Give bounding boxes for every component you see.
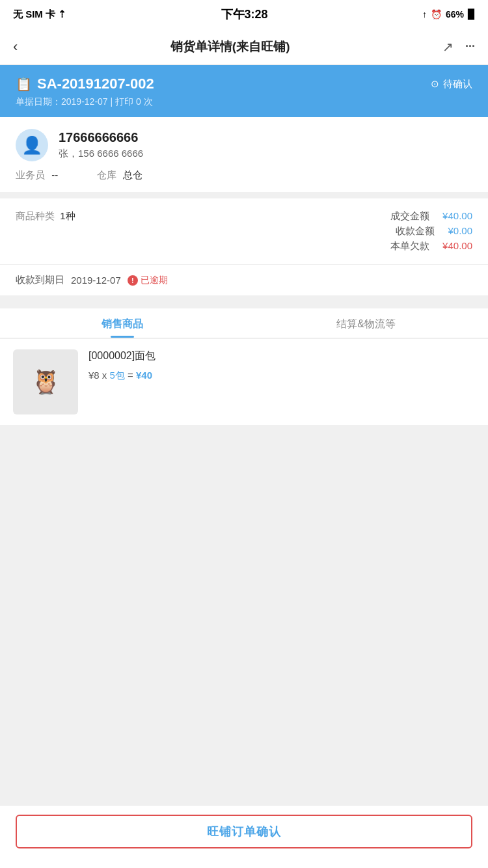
warehouse-info: 仓库 总仓 [97, 169, 142, 182]
order-icon: 📋 [16, 76, 32, 92]
bottom-bar: 旺铺订单确认 [0, 805, 488, 868]
owed-amount-row: 本单欠款 ¥40.00 [390, 240, 472, 252]
status-time: 下午3:28 [221, 7, 268, 22]
due-date-value: 2019-12-07 [71, 275, 121, 286]
transaction-amount-row: 成交金额 ¥40.00 [390, 210, 472, 223]
back-button[interactable]: ‹ [13, 38, 18, 55]
summary-right: 成交金额 ¥40.00 收款金额 ¥0.00 本单欠款 ¥40.00 [390, 210, 472, 252]
order-header: 📋 SA-20191207-002 ⊙ 待确认 单据日期：2019-12-07 … [0, 65, 488, 117]
price-total: ¥40 [136, 370, 152, 381]
product-image: 🦉 [13, 349, 78, 414]
overdue-badge: ! 已逾期 [128, 275, 168, 286]
transaction-label: 成交金额 [390, 210, 429, 223]
received-value: ¥0.00 [448, 225, 472, 237]
overdue-text: 已逾期 [141, 275, 168, 286]
summary-section: 商品种类 1种 成交金额 ¥40.00 收款金额 ¥0.00 本单欠款 ¥40.… [0, 198, 488, 264]
avatar-icon: 👤 [21, 135, 42, 156]
product-item: 🦉 [0000002]面包 ¥8 x 5包 = ¥40 [13, 349, 475, 414]
price-qty: 5包 [110, 370, 125, 381]
tab-settlement[interactable]: 结算&物流等 [244, 308, 488, 338]
warehouse-value: 总仓 [123, 169, 142, 180]
price-equals: = [125, 370, 136, 381]
order-id-text: SA-20191207-002 [37, 75, 154, 92]
due-date-row: 收款到期日 2019-12-07 ! 已逾期 [16, 274, 472, 286]
divider-1 [0, 192, 488, 198]
order-date: 单据日期：2019-12-07 | 打印 0 次 [16, 96, 472, 108]
tabs-row: 销售商品 结算&物流等 [0, 308, 488, 338]
due-date-label: 收款到期日 [16, 274, 64, 286]
clock-icon: ⊙ [431, 78, 439, 90]
avatar: 👤 [16, 129, 48, 161]
warehouse-label: 仓库 [97, 169, 116, 180]
summary-row: 商品种类 1种 成交金额 ¥40.00 收款金额 ¥0.00 本单欠款 ¥40.… [16, 210, 472, 252]
status-text: 待确认 [443, 78, 472, 90]
tab-sales-products[interactable]: 销售商品 [0, 308, 244, 338]
nav-bar: ‹ 销货单详情(来自旺铺) ↗ ··· [0, 29, 488, 65]
share-button[interactable]: ↗ [442, 39, 454, 55]
salesperson-info: 业务员 -- [16, 169, 58, 182]
order-id-row: 📋 SA-20191207-002 ⊙ 待确认 [16, 75, 472, 92]
product-types-value: 1种 [60, 210, 75, 221]
product-placeholder-icon: 🦉 [31, 368, 61, 396]
salesperson-value: -- [51, 169, 58, 180]
owed-value: ¥40.00 [442, 240, 472, 252]
product-section: 🦉 [0000002]面包 ¥8 x 5包 = ¥40 [0, 339, 488, 425]
confirm-order-button[interactable]: 旺铺订单确认 [16, 815, 472, 848]
customer-row: 👤 17666666666 张，156 6666 6666 [16, 129, 472, 161]
location-icon: ↑ [422, 9, 427, 20]
product-name: [0000002]面包 [88, 349, 475, 363]
tabs-section: 销售商品 结算&物流等 [0, 308, 488, 338]
product-info: [0000002]面包 ¥8 x 5包 = ¥40 [88, 349, 475, 382]
status-left: 无 SIM 卡 ⇡ [13, 8, 66, 21]
customer-meta: 业务员 -- 仓库 总仓 [16, 169, 472, 182]
page-title: 销货单详情(来自旺铺) [170, 38, 290, 55]
order-id: 📋 SA-20191207-002 [16, 75, 154, 92]
sim-status: 无 SIM 卡 ⇡ [13, 8, 66, 21]
overdue-icon: ! [128, 275, 138, 286]
battery-icon: ▉ [468, 9, 475, 20]
customer-details: 17666666666 张，156 6666 6666 [59, 130, 143, 160]
summary-left: 商品种类 1种 [16, 210, 75, 223]
product-types-label: 商品种类 [16, 210, 55, 221]
price-base: ¥8 x [88, 370, 110, 381]
customer-section: 👤 17666666666 张，156 6666 6666 业务员 -- 仓库 … [0, 117, 488, 192]
divider-2 [0, 295, 488, 302]
received-label: 收款金额 [396, 225, 435, 237]
due-date-section: 收款到期日 2019-12-07 ! 已逾期 [0, 264, 488, 295]
received-amount-row: 收款金额 ¥0.00 [396, 225, 472, 237]
status-bar: 无 SIM 卡 ⇡ 下午3:28 ↑ ⏰ 66% ▉ [0, 0, 488, 29]
status-right: ↑ ⏰ 66% ▉ [422, 9, 475, 20]
order-status: ⊙ 待确认 [431, 78, 472, 90]
customer-phone: 17666666666 [59, 130, 143, 145]
customer-name: 张，156 6666 6666 [59, 148, 143, 160]
battery-level: 66% [446, 9, 464, 20]
product-price-formula: ¥8 x 5包 = ¥40 [88, 370, 475, 382]
empty-area [0, 425, 488, 607]
alarm-icon: ⏰ [431, 9, 442, 20]
owed-label: 本单欠款 [390, 240, 429, 252]
transaction-value: ¥40.00 [442, 210, 472, 223]
nav-actions: ↗ ··· [442, 39, 475, 55]
salesperson-label: 业务员 [16, 169, 45, 180]
more-button[interactable]: ··· [465, 40, 475, 53]
